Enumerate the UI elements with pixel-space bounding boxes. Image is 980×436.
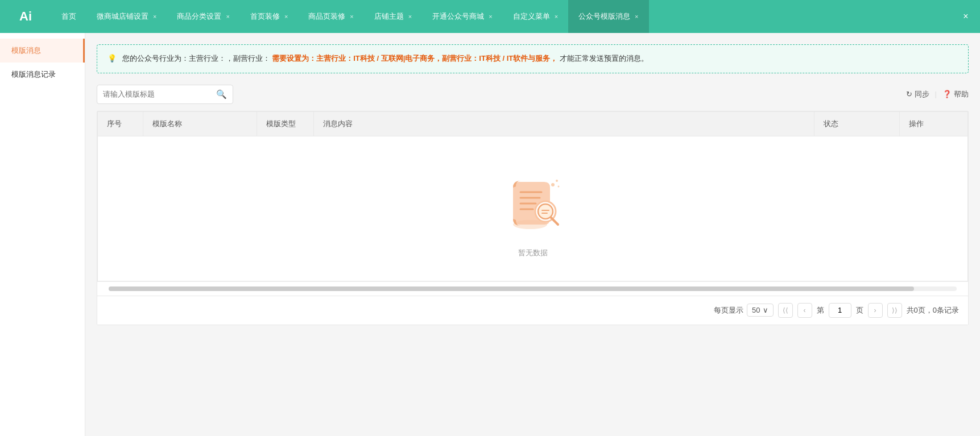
close-tab-custom-menu[interactable]: × — [555, 13, 558, 20]
bulb-icon: 💡 — [107, 54, 117, 63]
tab-product-decor[interactable]: 商品页装修 × — [298, 0, 363, 33]
tab-shop-settings[interactable]: 微商城店铺设置 × — [86, 0, 167, 33]
toolbar-right: ↻ 同步 | ❓ 帮助 — [906, 89, 969, 99]
help-icon: ❓ — [942, 90, 952, 98]
col-action: 操作 — [900, 111, 968, 136]
close-tab-shop-settings[interactable]: × — [153, 13, 156, 20]
tab-template-msg[interactable]: 公众号模版消息 × — [568, 0, 648, 33]
svg-point-13 — [557, 185, 559, 187]
col-content: 消息内容 — [314, 111, 814, 136]
app-logo: Ai — [0, 0, 51, 33]
divider: | — [935, 90, 937, 98]
svg-point-11 — [551, 183, 555, 186]
help-button[interactable]: ❓ 帮助 — [942, 89, 969, 99]
close-all-button[interactable]: × — [952, 0, 980, 33]
scrollbar-area — [97, 281, 968, 296]
close-tab-category-settings[interactable]: × — [226, 13, 229, 20]
page-size-dropdown[interactable]: 50 ∨ — [747, 304, 773, 317]
tab-category-settings[interactable]: 商品分类设置 × — [167, 0, 239, 33]
table-container: 序号 模版名称 模版类型 消息内容 状态 操作 — [97, 111, 969, 325]
search-input[interactable] — [103, 90, 216, 98]
content-area: 💡 您的公众号行业为：主营行业：，副营行业： 需要设置为：主营行业：IT科技 /… — [85, 33, 980, 436]
banner-highlight: 需要设置为：主营行业：IT科技 / 互联网|电子商务，副营行业：IT科技 / I… — [272, 54, 557, 63]
tab-shop-theme[interactable]: 店铺主题 × — [364, 0, 422, 33]
sidebar-item-template-msg-log[interactable]: 模版消息记录 — [0, 63, 85, 86]
sidebar: 模版消息 模版消息记录 — [0, 33, 85, 436]
empty-icon — [499, 171, 567, 239]
sidebar-item-template-msg[interactable]: 模版消息 — [0, 39, 85, 63]
main-layout: 模版消息 模版消息记录 💡 您的公众号行业为：主营行业：，副营行业： 需要设置为… — [0, 33, 980, 436]
scrollbar-thumb — [109, 286, 914, 291]
scrollbar-track[interactable] — [109, 286, 957, 291]
tab-home-decor[interactable]: 首页装修 × — [240, 0, 298, 33]
close-tab-product-decor[interactable]: × — [350, 13, 353, 20]
close-tab-home-decor[interactable]: × — [284, 13, 288, 20]
svg-point-12 — [556, 180, 558, 182]
empty-state: 暂无数据 — [98, 136, 967, 281]
close-tab-open-mall[interactable]: × — [489, 13, 492, 20]
tab-custom-menu[interactable]: 自定义菜单 × — [503, 0, 568, 33]
close-tab-shop-theme[interactable]: × — [408, 13, 412, 20]
empty-text: 暂无数据 — [109, 248, 956, 258]
total-info: 共0页，0条记录 — [907, 305, 959, 315]
search-box: 🔍 — [97, 85, 233, 104]
sync-icon: ↻ — [906, 90, 912, 98]
tab-open-mall[interactable]: 开通公众号商城 × — [422, 0, 502, 33]
col-status: 状态 — [814, 111, 900, 136]
col-type: 模版类型 — [257, 111, 314, 136]
sync-button[interactable]: ↻ 同步 — [906, 89, 929, 99]
pagination-bar: 每页显示 50 ∨ ⟨⟨ ‹ 第 页 › ⟩⟩ 共0页，0条记录 — [97, 296, 968, 325]
col-name: 模版名称 — [143, 111, 257, 136]
next-page-button[interactable]: › — [868, 303, 883, 318]
nav-tabs: 首页 微商城店铺设置 × 商品分类设置 × 首页装修 × 商品页装修 × 店铺主… — [51, 0, 952, 33]
toolbar: 🔍 ↻ 同步 | ❓ 帮助 — [97, 85, 969, 104]
col-index: 序号 — [98, 111, 143, 136]
info-banner: 💡 您的公众号行业为：主营行业：，副营行业： 需要设置为：主营行业：IT科技 /… — [97, 44, 969, 73]
search-icon[interactable]: 🔍 — [216, 89, 227, 99]
close-tab-template-msg[interactable]: × — [635, 13, 638, 20]
page-input[interactable] — [829, 303, 851, 318]
tab-home[interactable]: 首页 — [51, 0, 86, 33]
top-nav: Ai 首页 微商城店铺设置 × 商品分类设置 × 首页装修 × 商品页装修 × … — [0, 0, 980, 33]
data-table: 序号 模版名称 模版类型 消息内容 状态 操作 — [97, 111, 968, 281]
chevron-down-icon: ∨ — [763, 306, 768, 314]
last-page-button[interactable]: ⟩⟩ — [887, 303, 902, 318]
prev-page-button[interactable]: ‹ — [797, 303, 812, 318]
first-page-button[interactable]: ⟨⟨ — [778, 303, 793, 318]
page-size-select: 每页显示 50 ∨ — [714, 304, 773, 317]
svg-line-8 — [551, 218, 558, 225]
